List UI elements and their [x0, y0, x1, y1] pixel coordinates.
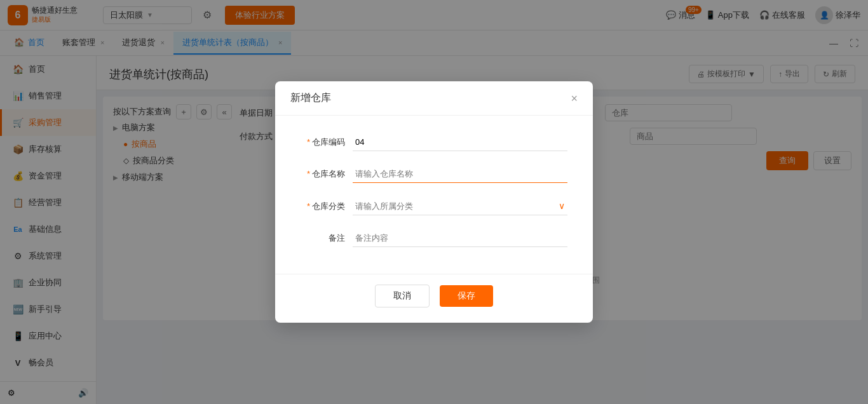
category-label: 仓库分类 [301, 201, 345, 212]
note-input[interactable] [353, 229, 567, 247]
category-dropdown-icon[interactable]: ∨ [559, 201, 565, 211]
modal-overlay[interactable]: 新增仓库 × 仓库编码 仓库名称 仓库分类 ∨ 备注 [0, 0, 868, 404]
note-label: 备注 [301, 232, 345, 244]
modal-header: 新增仓库 × [275, 81, 593, 116]
code-input[interactable] [353, 133, 567, 151]
modal-title: 新增仓库 [290, 91, 331, 105]
name-input[interactable] [353, 165, 567, 183]
name-label: 仓库名称 [301, 168, 345, 180]
form-row-code: 仓库编码 [301, 133, 567, 151]
new-warehouse-modal: 新增仓库 × 仓库编码 仓库名称 仓库分类 ∨ 备注 [275, 81, 593, 323]
modal-body: 仓库编码 仓库名称 仓库分类 ∨ 备注 [275, 116, 593, 274]
save-button[interactable]: 保存 [440, 285, 493, 307]
code-label: 仓库编码 [301, 137, 345, 148]
form-row-note: 备注 [301, 229, 567, 247]
cancel-button[interactable]: 取消 [375, 285, 430, 307]
form-row-name: 仓库名称 [301, 165, 567, 183]
form-row-category: 仓库分类 ∨ [301, 197, 567, 215]
category-select-input[interactable] [355, 201, 559, 211]
category-select[interactable]: ∨ [353, 197, 567, 215]
modal-close-button[interactable]: × [571, 93, 578, 104]
modal-footer: 取消 保存 [275, 274, 593, 323]
